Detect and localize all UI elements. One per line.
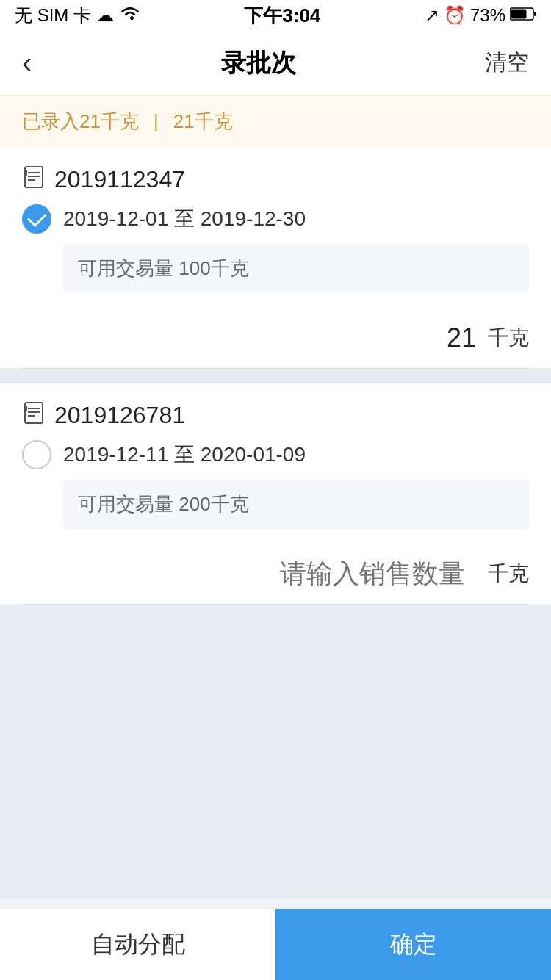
battery-text: 73% bbox=[470, 5, 505, 26]
svg-rect-1 bbox=[511, 10, 526, 19]
section-gap bbox=[0, 369, 551, 383]
batch-item-2: 2019126781 2019-12-11 至 2020-01-09 可用交易量… bbox=[0, 383, 551, 547]
batch1-amount-row: 21 千克 bbox=[0, 311, 551, 368]
batch2-quantity-input[interactable] bbox=[256, 558, 476, 589]
clear-button[interactable]: 清空 bbox=[485, 48, 529, 78]
batch2-quantity: 可用交易量 200千克 bbox=[63, 480, 529, 529]
batch2-amount-unit: 千克 bbox=[488, 560, 529, 588]
batch2-date-row[interactable]: 2019-12-11 至 2020-01-09 bbox=[22, 440, 529, 469]
alarm-icon: ⏰ bbox=[444, 5, 466, 26]
batch2-radio[interactable] bbox=[22, 440, 51, 469]
batch1-header: 2019112347 bbox=[22, 165, 529, 194]
auto-distribute-button[interactable]: 自动分配 bbox=[0, 909, 276, 980]
status-time: 下午3:04 bbox=[244, 3, 320, 29]
batch2-icon bbox=[22, 401, 46, 430]
confirm-button[interactable]: 确定 bbox=[276, 909, 551, 980]
no-sim-text: 无 SIM 卡 ☁ bbox=[15, 4, 114, 27]
battery-icon bbox=[510, 5, 536, 26]
location-icon: ↗ bbox=[425, 5, 439, 26]
bottom-area bbox=[0, 605, 551, 898]
wifi-icon bbox=[120, 5, 140, 26]
batch1-icon bbox=[22, 165, 46, 194]
svg-rect-7 bbox=[24, 170, 27, 176]
recorded-label: 已录入21千克 bbox=[22, 109, 139, 134]
batch1-quantity: 可用交易量 100千克 bbox=[63, 244, 529, 293]
batch1-amount-unit: 千克 bbox=[488, 324, 529, 352]
nav-bar: ‹ 录批次 清空 bbox=[0, 31, 551, 96]
batch2-date: 2019-12-11 至 2020-01-09 bbox=[63, 441, 306, 469]
status-left: 无 SIM 卡 ☁ bbox=[15, 4, 140, 27]
batch1-amount-value: 21 bbox=[447, 323, 476, 353]
batch1-id: 2019112347 bbox=[54, 166, 185, 193]
batch1-date: 2019-12-01 至 2019-12-30 bbox=[63, 205, 306, 233]
batch2-header: 2019126781 bbox=[22, 401, 529, 430]
batch-item-1: 2019112347 2019-12-01 至 2019-12-30 可用交易量… bbox=[0, 148, 551, 311]
batch1-radio[interactable] bbox=[22, 204, 51, 234]
summary-divider: | bbox=[154, 110, 159, 133]
batch2-amount-row: 千克 bbox=[0, 547, 551, 604]
svg-rect-2 bbox=[534, 12, 536, 16]
back-button[interactable]: ‹ bbox=[22, 46, 32, 79]
batch1-date-row[interactable]: 2019-12-01 至 2019-12-30 bbox=[22, 204, 529, 234]
status-bar: 无 SIM 卡 ☁ 下午3:04 ↗ ⏰ 73% bbox=[0, 0, 551, 31]
status-right: ↗ ⏰ 73% bbox=[425, 5, 536, 26]
summary-value: 21千克 bbox=[173, 109, 233, 134]
footer: 自动分配 确定 bbox=[0, 908, 551, 980]
batch2-id: 2019126781 bbox=[54, 402, 185, 429]
summary-bar: 已录入21千克 | 21千克 bbox=[0, 96, 551, 148]
page-title: 录批次 bbox=[221, 46, 296, 80]
svg-rect-12 bbox=[24, 406, 27, 411]
